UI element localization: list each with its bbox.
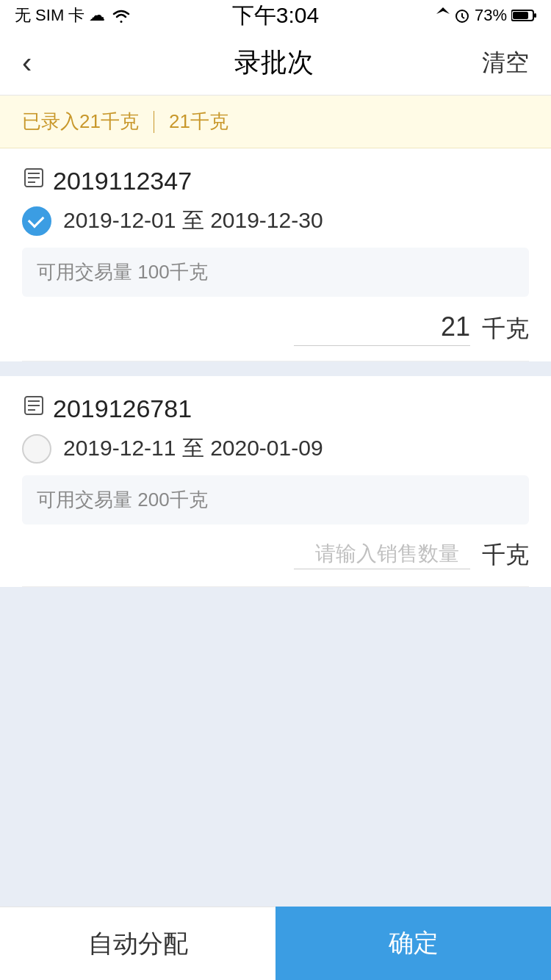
batch-1-unit: 千克 bbox=[482, 313, 529, 345]
batch-2-date-row[interactable]: 2019-12-11 至 2020-01-09 bbox=[22, 433, 529, 464]
section-separator-1 bbox=[0, 361, 551, 376]
status-left: 无 SIM 卡 ☁ bbox=[15, 4, 132, 26]
nav-bar: ‹ 录批次 清空 bbox=[0, 31, 551, 96]
batch-2-quantity-input[interactable] bbox=[250, 542, 470, 566]
batch-2-unit: 千克 bbox=[482, 539, 529, 572]
banner-divider bbox=[154, 111, 154, 133]
batch-item-1: 2019112347 2019-12-01 至 2019-12-30 可用交易量… bbox=[0, 148, 551, 361]
batch-2-input-wrapper[interactable] bbox=[250, 542, 470, 569]
status-time: 下午3:04 bbox=[232, 1, 319, 31]
auto-distribute-button[interactable]: 自动分配 bbox=[0, 907, 276, 980]
batch-2-underline bbox=[294, 569, 470, 569]
batch-1-date: 2019-12-01 至 2019-12-30 bbox=[63, 206, 323, 236]
batch-1-header: 2019112347 bbox=[22, 166, 529, 195]
batch-1-underline bbox=[294, 345, 470, 346]
battery-icon bbox=[511, 9, 536, 22]
batch-2-icon bbox=[22, 394, 46, 423]
batch-2-radio[interactable] bbox=[22, 434, 51, 464]
clear-button[interactable]: 清空 bbox=[482, 47, 529, 79]
page-title: 录批次 bbox=[234, 45, 314, 81]
batch-1-available: 可用交易量 100千克 bbox=[37, 261, 208, 283]
batch-1-icon bbox=[22, 166, 46, 195]
svg-rect-5 bbox=[534, 13, 536, 18]
batch-1-id: 2019112347 bbox=[53, 167, 192, 195]
wifi-icon bbox=[111, 7, 132, 24]
svg-rect-4 bbox=[513, 12, 528, 19]
recorded-label: 已录入21千克 bbox=[22, 109, 139, 134]
batch-1-date-row[interactable]: 2019-12-01 至 2019-12-30 bbox=[22, 206, 529, 236]
empty-content-area bbox=[0, 587, 551, 954]
batch-2-date: 2019-12-11 至 2020-01-09 bbox=[63, 433, 323, 464]
batch-2-available-box: 可用交易量 200千克 bbox=[22, 475, 529, 525]
info-banner: 已录入21千克 21千克 bbox=[0, 96, 551, 148]
batch-2-available: 可用交易量 200千克 bbox=[37, 489, 208, 511]
batch-1-radio[interactable] bbox=[22, 206, 51, 236]
location-icon bbox=[436, 7, 450, 24]
bottom-bar: 自动分配 确定 bbox=[0, 907, 551, 980]
batch-2-input-row: 千克 bbox=[22, 539, 529, 587]
alarm-icon bbox=[454, 7, 470, 24]
svg-line-2 bbox=[462, 17, 464, 18]
battery-percent: 73% bbox=[475, 6, 507, 25]
sim-label: 无 SIM 卡 ☁ bbox=[15, 4, 105, 26]
batch-1-value: 21 bbox=[441, 311, 470, 342]
recorded-value: 21千克 bbox=[169, 109, 228, 134]
batch-1-input-row: 21 千克 bbox=[22, 311, 529, 361]
batch-1-available-box: 可用交易量 100千克 bbox=[22, 248, 529, 297]
batch-1-input-wrapper: 21 bbox=[294, 311, 470, 346]
status-right: 73% bbox=[436, 6, 536, 25]
batch-2-header: 2019126781 bbox=[22, 394, 529, 423]
confirm-button[interactable]: 确定 bbox=[276, 907, 551, 980]
batch-item-2: 2019126781 2019-12-11 至 2020-01-09 可用交易量… bbox=[0, 376, 551, 587]
status-bar: 无 SIM 卡 ☁ 下午3:04 73% bbox=[0, 0, 551, 31]
batch-2-id: 2019126781 bbox=[53, 394, 192, 423]
back-button[interactable]: ‹ bbox=[22, 46, 66, 79]
